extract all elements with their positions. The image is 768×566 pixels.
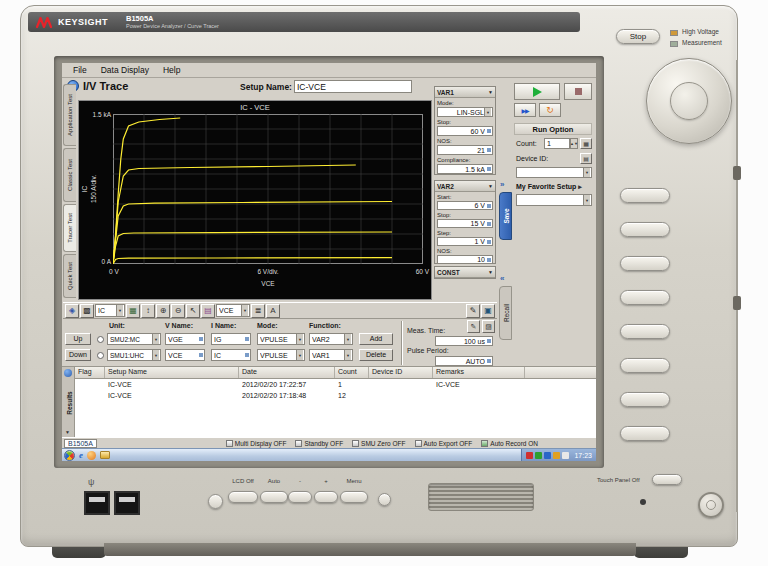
- edit-scale-icon[interactable]: ✎: [466, 304, 480, 318]
- var2-nos-input[interactable]: 10: [437, 255, 493, 264]
- col-flag[interactable]: Flag: [75, 367, 105, 378]
- var1-collapse-icon[interactable]: ▼: [488, 89, 493, 95]
- front-round-button-2[interactable]: [378, 493, 391, 506]
- count-input[interactable]: 1: [544, 138, 570, 149]
- recall-expand-icon[interactable]: «: [500, 274, 504, 283]
- status-auto-record[interactable]: Auto Record ON: [481, 440, 538, 447]
- var2-start-input[interactable]: 6 V: [437, 201, 493, 210]
- var1-mode-select[interactable]: LIN-SGL▼: [437, 107, 493, 117]
- col-setup-name[interactable]: Setup Name: [105, 367, 239, 378]
- save-tab[interactable]: Save: [499, 192, 512, 240]
- var2-stop-input[interactable]: 15 V: [437, 219, 493, 228]
- row2-v-name-input[interactable]: VCE: [165, 349, 205, 361]
- var2-step-input[interactable]: 1 V: [437, 237, 493, 246]
- row1-i-name-input[interactable]: IG: [211, 333, 251, 345]
- row2-function-select[interactable]: VAR1▼: [309, 349, 353, 361]
- pulse-period-input[interactable]: AUTO: [435, 356, 493, 366]
- menu-file[interactable]: File: [66, 65, 94, 75]
- lcd-off-button[interactable]: [228, 491, 258, 503]
- const-collapse-icon[interactable]: ▼: [488, 269, 493, 275]
- softkey-4[interactable]: [620, 290, 670, 305]
- col-count[interactable]: Count: [335, 367, 369, 378]
- col-device-id[interactable]: Device ID: [369, 367, 433, 378]
- brightness-minus-button[interactable]: [288, 491, 312, 503]
- var1-nos-input[interactable]: 21: [437, 145, 493, 155]
- tray-network-icon[interactable]: [544, 452, 551, 459]
- tray-agent-icon[interactable]: [535, 452, 542, 459]
- grid-icon[interactable]: ▦: [126, 304, 140, 318]
- row1-radio[interactable]: [97, 336, 104, 343]
- softkey-8[interactable]: [620, 426, 670, 441]
- clock[interactable]: 17:23: [574, 452, 592, 459]
- count-option-button[interactable]: ▦: [580, 138, 592, 149]
- count-spinner[interactable]: ▲▼: [570, 138, 578, 149]
- tab-application-test[interactable]: Application Test: [63, 84, 76, 146]
- edit-setup-icon[interactable]: ✎: [467, 320, 480, 333]
- favorite-setup-label[interactable]: My Favorite Setup ▸: [516, 183, 582, 191]
- menu-data-display[interactable]: Data Display: [94, 65, 156, 75]
- stop-button[interactable]: Stop: [616, 29, 660, 44]
- col-remarks[interactable]: Remarks: [433, 367, 525, 378]
- result-row-2[interactable]: IC-VCE 2012/02/20 17:18:48 12: [75, 390, 596, 401]
- rotary-knob[interactable]: [646, 58, 732, 144]
- softkey-7[interactable]: [620, 392, 670, 407]
- row2-i-name-input[interactable]: IC: [211, 349, 251, 361]
- iv-trace-plot[interactable]: [113, 114, 423, 264]
- favorite-setup-select[interactable]: ▼: [516, 194, 592, 206]
- tray-volume-icon[interactable]: [562, 452, 569, 459]
- y-channel-select[interactable]: IC▼: [95, 304, 125, 317]
- softkey-5[interactable]: [620, 324, 670, 339]
- zoom-out-icon[interactable]: ⊖: [171, 304, 185, 318]
- stop-run-button[interactable]: [564, 83, 592, 100]
- front-round-button[interactable]: [208, 494, 223, 509]
- trace-mode-icon[interactable]: ▩: [80, 304, 94, 318]
- pointer-icon[interactable]: ↖: [186, 304, 200, 318]
- tab-tracer-test[interactable]: Tracer Test: [63, 204, 76, 252]
- row1-v-name-input[interactable]: VGE: [165, 333, 205, 345]
- softkey-2[interactable]: [620, 222, 670, 237]
- down-button[interactable]: Down: [65, 349, 91, 361]
- media-player-icon[interactable]: [87, 451, 96, 460]
- autoscale-icon[interactable]: ↕: [141, 304, 155, 318]
- var1-compliance-input[interactable]: 1.5 kA: [437, 164, 493, 174]
- row1-unit-select[interactable]: SMU2:MC▼: [107, 333, 161, 345]
- softkey-6[interactable]: [620, 358, 670, 373]
- brightness-plus-button[interactable]: [314, 491, 338, 503]
- recall-tab[interactable]: Recall: [499, 286, 512, 340]
- meas-time-input[interactable]: 100 us: [435, 336, 493, 346]
- tray-alert-icon[interactable]: [526, 452, 533, 459]
- snapshot-icon[interactable]: ▣: [481, 304, 495, 318]
- save-expand-icon[interactable]: »: [500, 180, 504, 189]
- zoom-in-icon[interactable]: ⊕: [156, 304, 170, 318]
- row1-mode-select[interactable]: VPULSE▼: [257, 333, 305, 345]
- var1-stop-input[interactable]: 60 V: [437, 126, 493, 136]
- x-channel-select[interactable]: VCE▼: [216, 304, 250, 317]
- delete-button[interactable]: Delete: [359, 349, 393, 361]
- up-button[interactable]: Up: [65, 333, 91, 345]
- append-run-button[interactable]: ▶▶: [514, 103, 536, 117]
- advanced-setup-icon[interactable]: ▨: [482, 320, 495, 333]
- add-button[interactable]: Add: [359, 333, 393, 345]
- marker-icon[interactable]: ◈: [65, 304, 79, 318]
- overlay-icon[interactable]: ▤: [201, 304, 215, 318]
- status-auto-export[interactable]: Auto Export OFF: [415, 440, 473, 447]
- var2-collapse-icon[interactable]: ▼: [488, 183, 493, 189]
- result-row-1[interactable]: IC-VCE 2012/02/20 17:22:57 1 IC-VCE: [75, 379, 596, 390]
- pin-icon[interactable]: [64, 369, 72, 377]
- row1-function-select[interactable]: VAR2▼: [309, 333, 353, 345]
- row2-radio[interactable]: [97, 352, 104, 359]
- start-button[interactable]: [64, 450, 75, 461]
- device-id-input[interactable]: ▼: [516, 167, 592, 178]
- auto-button[interactable]: [260, 491, 288, 503]
- folder-icon[interactable]: [100, 451, 110, 459]
- menu-help[interactable]: Help: [156, 65, 187, 75]
- setup-name-input[interactable]: IC-VCE: [294, 80, 412, 93]
- col-date[interactable]: Date: [239, 367, 335, 378]
- window-title-box[interactable]: B1505A: [64, 439, 97, 448]
- menu-button[interactable]: [340, 491, 368, 503]
- power-button[interactable]: [698, 492, 724, 518]
- results-tab-strip[interactable]: Results ▼: [62, 367, 75, 438]
- data-list-icon[interactable]: ≣: [251, 304, 265, 318]
- status-standby[interactable]: Standby OFF: [295, 440, 343, 447]
- row2-unit-select[interactable]: SMU1:UHC▼: [107, 349, 161, 361]
